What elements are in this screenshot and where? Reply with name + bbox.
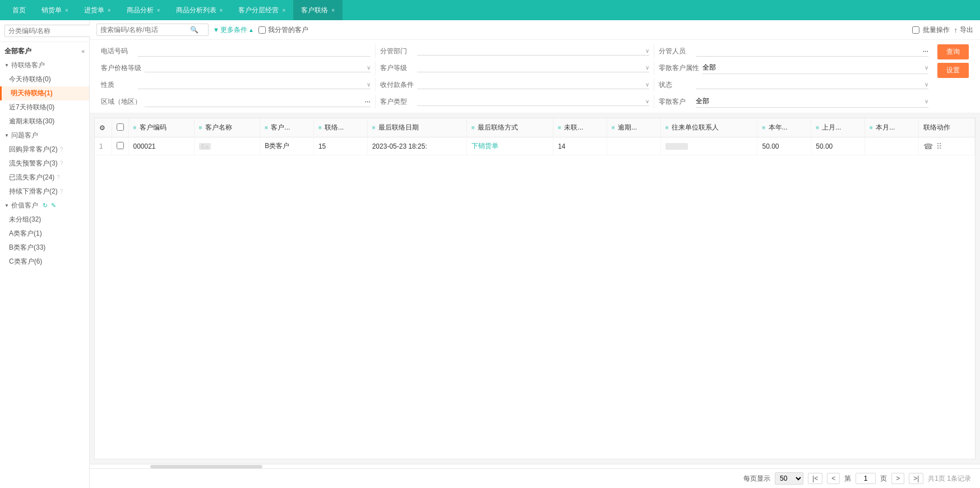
per-page-label: 每页显示 [743,474,770,484]
th-name[interactable]: ≡ 客户名称 [194,118,260,137]
th-type[interactable]: ≡ 客户... [260,118,314,137]
horizontal-scrollbar[interactable] [90,464,980,468]
value-group-edit[interactable]: ✎ [51,202,56,209]
sidebar-search-input[interactable] [4,25,96,37]
next-page-button[interactable]: > [891,473,904,484]
sidebar-item-class-c[interactable]: C类客户(6) [0,255,89,269]
sidebar-item-tomorrow-pending[interactable]: 明天待联络(1) [0,86,89,100]
help-icon[interactable]: ? [60,160,63,167]
sort-icon: ≡ [612,125,615,131]
filter-customer-type-select[interactable]: ∨ [417,97,650,106]
nav-sales-order[interactable]: 销货单 × [34,0,76,20]
main-layout: 🔍 全部客户 « ▼ 待联络客户 今天待联络(0) 明天待联络(1) 近7天待联… [0,20,980,488]
call-action-icon[interactable]: ☎ [923,142,933,151]
help-icon[interactable]: ? [60,188,63,195]
filter-dept-select[interactable]: ∨ [417,47,650,56]
pagination-bar: 每页显示 50 10 20 100 |< < 第 页 > >| 共1页 1条记录 [90,468,980,488]
sidebar-group-problem[interactable]: ▼ 问题客户 [0,128,89,142]
action-icons: ☎ ⠿ [923,142,970,151]
filter-dept: 分管部门 ∨ [376,47,654,56]
select-all-checkbox[interactable] [117,123,124,131]
th-overdue[interactable]: ≡ 逾期... [607,118,660,137]
filter-status: 状态 ∨ [654,80,933,90]
sidebar-item-today-pending[interactable]: 今天待联络(0) [0,72,89,86]
th-this-year[interactable]: ≡ 本年... [757,118,811,137]
row-checkbox[interactable] [117,142,124,149]
sidebar-item-repurchase-abnormal[interactable]: 回购异常客户(2) ? [0,142,89,156]
sidebar-item-class-b[interactable]: B类客户(33) [0,241,89,255]
last-page-button[interactable]: >| [909,473,923,484]
sidebar-item-ungrouped[interactable]: 未分组(32) [0,213,89,227]
filter-status-select[interactable]: ∨ [696,80,928,89]
page-number-input[interactable] [856,473,876,484]
filter-region-ellipsis[interactable]: ··· [145,96,371,107]
th-last-month[interactable]: ≡ 上月... [811,118,865,137]
th-last-date[interactable]: ≡ 最后联络日期 [367,118,466,137]
sort-icon: ≡ [870,125,873,131]
sidebar-item-7days-pending[interactable]: 近7天待联络(0) [0,100,89,114]
nav-close-icon[interactable]: × [108,7,111,13]
nav-close-icon[interactable]: × [331,7,335,13]
sidebar-all-customers[interactable]: 全部客户 « [0,42,89,58]
chevron-down-icon: ∨ [924,98,928,104]
nav-close-icon[interactable]: × [65,7,68,13]
nav-customer-segmentation[interactable]: 客户分层经营 × [230,0,293,20]
filter-price-grade-select[interactable]: ∨ [145,63,371,72]
filter-row-1: 电话号码 分管部门 ∨ 分管人员 [96,44,933,58]
th-checkbox[interactable] [112,118,128,137]
nav-product-analysis[interactable]: 商品分析 × [119,0,168,20]
th-partner-contact[interactable]: ≡ 往来单位联系人 [660,118,757,137]
my-customers-toggle[interactable]: 我分管的客户 [258,25,308,35]
value-group-refresh[interactable]: ↻ [43,202,48,209]
filter-payment-select[interactable]: ∨ [417,80,650,89]
sidebar-item-declining[interactable]: 持续下滑客户(2) ? [0,185,89,199]
settings-button[interactable]: 设置 [937,63,969,78]
table-row: 1 000021 Ea B类客户 [95,137,975,155]
prev-page-button[interactable]: < [827,473,840,484]
filter-nature-select[interactable]: ∨ [138,80,371,89]
settings-icon[interactable]: ⚙ [99,124,105,132]
batch-ops-checkbox[interactable] [912,26,919,34]
th-settings[interactable]: ⚙ [95,118,112,137]
query-button[interactable]: 查询 [937,44,969,59]
nav-purchase-order[interactable]: 进货单 × [76,0,119,20]
help-icon[interactable]: ? [57,174,60,181]
filter-customer-grade-select[interactable]: ∨ [417,63,650,72]
sort-icon: ≡ [265,125,268,131]
more-conditions-button[interactable]: ▼ 更多条件 ▲ [213,25,254,35]
search-button[interactable]: 🔍 [190,26,198,34]
th-contact-count[interactable]: ≡ 联络... [313,118,367,137]
sidebar-group-value[interactable]: ▼ 价值客户 ↻ ✎ [0,199,89,213]
nav-close-icon[interactable]: × [157,7,160,13]
nav-close-icon[interactable]: × [220,7,223,13]
sidebar-item-churn-warning[interactable]: 流失预警客户(3) ? [0,156,89,171]
filter-phone-input[interactable] [138,46,371,57]
first-page-button[interactable]: |< [808,473,822,484]
search-input[interactable] [100,26,190,34]
batch-ops-button[interactable]: 批量操作 [912,25,950,35]
th-last-method[interactable]: ≡ 最后联络方式 [466,118,553,137]
th-no-contact[interactable]: ≡ 未联... [553,118,607,137]
export-button[interactable]: ↑ 导出 [954,25,974,35]
sidebar-item-class-a[interactable]: A类客户(1) [0,227,89,241]
sidebar-item-churned[interactable]: 已流失客户(24) ? [0,171,89,185]
sort-icon: ≡ [558,125,561,131]
sidebar-group-pending[interactable]: ▼ 待联络客户 [0,58,89,72]
nav-product-analysis-list[interactable]: 商品分析列表 × [168,0,231,20]
th-this-month[interactable]: ≡ 本月... [865,118,919,137]
filter-manager-ellipsis[interactable]: ··· [696,46,928,57]
my-customers-checkbox[interactable] [258,26,266,34]
nav-customer-contact[interactable]: 客户联络 × [293,0,343,20]
filter-retail-customer-select[interactable]: 全部 ∨ [696,95,928,108]
more-action-icon[interactable]: ⠿ [936,142,942,151]
last-contact-method-link[interactable]: 下销货单 [471,142,498,150]
scrollbar-thumb[interactable] [150,465,262,468]
td-checkbox[interactable] [112,137,128,155]
sidebar-item-overdue-pending[interactable]: 逾期未联络(30) [0,114,89,128]
nav-home[interactable]: 首页 [4,0,34,20]
nav-close-icon[interactable]: × [282,7,285,13]
help-icon[interactable]: ? [60,146,63,153]
th-code[interactable]: ≡ 客户编码 [128,118,194,137]
filter-retail-attr-select[interactable]: 全部 ∨ [702,62,928,74]
per-page-select[interactable]: 50 10 20 100 [775,472,803,485]
